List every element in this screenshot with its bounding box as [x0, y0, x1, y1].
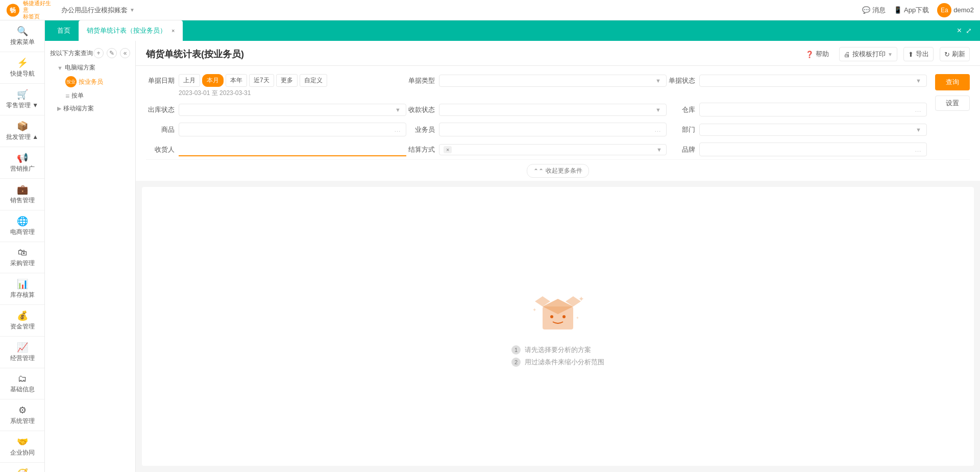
- brand-select[interactable]: …: [699, 143, 927, 156]
- date-btn-custom[interactable]: 自定义: [300, 74, 327, 87]
- app-download-icon: 📱: [894, 6, 902, 14]
- doctype-control: ▼: [439, 75, 667, 87]
- sidebar-label-marketing: 营销推广: [2, 164, 42, 173]
- receiptstatus-chevron: ▼: [655, 107, 661, 113]
- message-label: 消息: [872, 6, 886, 15]
- maximize-icon[interactable]: ⤢: [966, 27, 972, 35]
- sidebar-item-cooperation[interactable]: 🤝 企业协同: [0, 431, 44, 463]
- sales-icon: 💼: [2, 184, 42, 195]
- sidebar-item-sales[interactable]: 💼 销售管理: [0, 179, 44, 210]
- collapse-more-btn[interactable]: ⌃⌃ 收起更多条件: [527, 164, 589, 178]
- goods-select[interactable]: …: [179, 123, 406, 136]
- payment-close-tag[interactable]: ×: [444, 146, 452, 153]
- doctype-label: 单据类型: [406, 76, 435, 85]
- filter-goods-cell: 商品 …: [146, 120, 406, 139]
- sidebar-item-system[interactable]: ⚙ 系统管理: [0, 399, 44, 431]
- tree-group-mobile[interactable]: ▶ 移动端方案: [45, 102, 135, 115]
- sidebar-item-retail[interactable]: 🛒 零售管理 ▼: [0, 84, 44, 115]
- tree-item-salesman-label: 按业务员: [79, 78, 103, 86]
- print-btn[interactable]: 🖨 按模板打印 ▼: [839, 47, 897, 61]
- sidebar-item-basic[interactable]: 🗂 基础信息: [0, 368, 44, 399]
- sidebar-item-quicknav[interactable]: ⚡ 快捷导航: [0, 52, 44, 84]
- empty-tip-1: 1 请先选择要分析的方案: [511, 345, 604, 355]
- date-btn-more[interactable]: 更多: [276, 74, 298, 87]
- filter-grid-area: 单据日期 上月 本月 本年 近7天 更多 自定义: [146, 71, 927, 159]
- tab-sales-stat[interactable]: 销货单统计表（按业务员） ×: [79, 20, 183, 41]
- app-download-label: App下载: [904, 6, 929, 15]
- search-icon: 🔍: [2, 26, 42, 37]
- sidebar-item-newguide[interactable]: 🧭 新手引导: [0, 463, 44, 472]
- finance-icon: 💰: [2, 310, 42, 321]
- consignee-label: 收货人: [146, 145, 175, 154]
- export-btn[interactable]: ⬆ 导出: [903, 47, 934, 61]
- date-btn-7days[interactable]: 近7天: [249, 74, 274, 87]
- purchase-icon: 🛍: [2, 247, 42, 258]
- date-btn-last-month[interactable]: 上月: [179, 74, 200, 87]
- quicknav-icon: ⚡: [2, 57, 42, 68]
- help-btn[interactable]: ❓ 帮助: [801, 48, 833, 61]
- salesman-select[interactable]: …: [439, 123, 667, 136]
- app-download-btn[interactable]: 📱 App下载: [894, 6, 929, 15]
- empty-illustration: ✦ ✦ ✦: [527, 286, 589, 337]
- date-btn-this-month[interactable]: 本月: [202, 74, 224, 87]
- right-panel: 销货单统计表(按业务员) ❓ 帮助 🖨 按模板打印 ▼: [136, 41, 980, 472]
- filter-brand-cell: 品牌 …: [667, 139, 927, 159]
- salesman-label: 业务员: [406, 125, 435, 134]
- wholesale-icon: 📦: [2, 121, 42, 132]
- receiptstatus-control: ▼: [439, 104, 667, 116]
- dept-select[interactable]: ▼: [699, 124, 927, 136]
- refresh-btn[interactable]: ↻ 刷新: [940, 47, 970, 61]
- docstatus-select[interactable]: ▼: [699, 75, 927, 87]
- empty-svg: ✦ ✦ ✦: [527, 286, 589, 337]
- refresh-icon: ↻: [944, 51, 950, 58]
- sidebar-label-wholesale: 批发管理 ▲: [2, 133, 42, 141]
- sidebar-item-biz[interactable]: 📈 经营管理: [0, 337, 44, 368]
- add-scheme-btn[interactable]: +: [93, 48, 104, 58]
- help-icon: ❓: [805, 51, 814, 58]
- empty-tip-2: 2 用过滤条件来缩小分析范围: [511, 358, 604, 367]
- edit-scheme-btn[interactable]: ✎: [107, 48, 117, 58]
- user-menu-btn[interactable]: Ea demo2: [937, 3, 974, 17]
- top-right: 💬 消息 📱 App下载 Ea demo2: [862, 3, 974, 17]
- svg-point-7: [562, 315, 566, 318]
- sidebar-item-purchase[interactable]: 🛍 采购管理: [0, 242, 44, 273]
- app-selector-chevron: ▼: [130, 7, 135, 13]
- tab-close-btn[interactable]: ×: [172, 28, 175, 34]
- close-window-icon[interactable]: ×: [957, 26, 962, 35]
- docstatus-control: ▼: [699, 75, 927, 87]
- date-btn-this-year[interactable]: 本年: [226, 74, 247, 87]
- settings-btn[interactable]: 设置: [935, 96, 970, 111]
- receiptstatus-select[interactable]: ▼: [439, 104, 667, 116]
- tab-home[interactable]: 首页: [49, 20, 79, 41]
- consignee-input[interactable]: [179, 143, 406, 156]
- ecom-icon: 🌐: [2, 216, 42, 227]
- goods-control: …: [179, 123, 406, 136]
- consignee-control: [179, 143, 406, 156]
- filter-row-1: 单据日期 上月 本月 本年 近7天 更多 自定义: [146, 71, 927, 90]
- warehouse-select[interactable]: …: [699, 103, 927, 116]
- tree-group-desktop[interactable]: ▼ 电脑端方案: [45, 61, 135, 74]
- filter-consignee-cell: 收货人: [146, 139, 406, 159]
- sidebar-item-inventory[interactable]: 📊 库存核算: [0, 273, 44, 305]
- sidebar-item-search[interactable]: 🔍 搜索菜单: [0, 20, 44, 52]
- outstatus-select[interactable]: ▼: [179, 104, 406, 116]
- brand-control: …: [699, 143, 927, 156]
- collapse-icon: ⌃⌃: [533, 168, 544, 175]
- left-panel: 按以下方案查询 + ✎ « ▼ 电脑端方案: [45, 41, 136, 472]
- sidebar-item-ecom[interactable]: 🌐 电商管理: [0, 210, 44, 242]
- payment-tag-input[interactable]: × ▼: [439, 144, 667, 155]
- sidebar-item-finance[interactable]: 💰 资金管理: [0, 305, 44, 337]
- app-selector[interactable]: 办公用品行业模拟账套 ▼: [55, 6, 858, 15]
- doctype-select[interactable]: ▼: [439, 75, 667, 87]
- sidebar-item-marketing[interactable]: 📢 营销推广: [0, 147, 44, 179]
- query-btn[interactable]: 查询: [935, 74, 970, 90]
- sidebar-item-wholesale[interactable]: 📦 批发管理 ▲: [0, 115, 44, 147]
- user-name: demo2: [953, 6, 974, 14]
- tree-item-by-order[interactable]: ≡ 按单: [45, 89, 135, 102]
- brand-dots: …: [915, 146, 921, 153]
- tree-item-by-salesman[interactable]: 按业 按业务员: [45, 74, 135, 89]
- collapse-panel-btn[interactable]: «: [120, 48, 130, 58]
- cooperation-icon: 🤝: [2, 436, 42, 447]
- message-btn[interactable]: 💬 消息: [862, 6, 886, 15]
- filter-date-cell: 单据日期 上月 本月 本年 近7天 更多 自定义: [146, 71, 406, 90]
